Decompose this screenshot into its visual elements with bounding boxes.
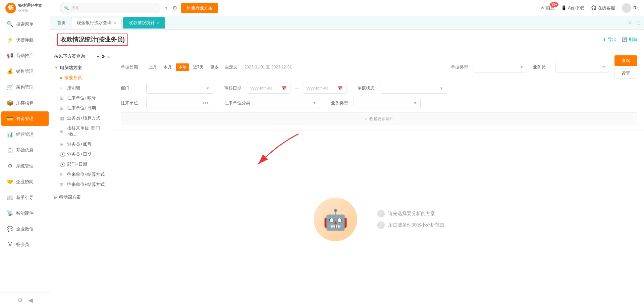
date-tab-thismonth[interactable]: 本月 <box>161 63 174 71</box>
tab-collections-close[interactable]: × <box>157 20 159 25</box>
action-buttons: 查询 设置 <box>614 55 637 79</box>
tab-collections[interactable]: 收款情况统计 × <box>123 17 165 29</box>
scheme-mobile-group-header[interactable]: ▶ 移动端方案 <box>50 192 114 202</box>
refresh-button[interactable]: 🔄 刷新 <box>622 37 637 43</box>
salesperson-select[interactable]: ••• <box>555 62 609 72</box>
sidebar-item-cooperation[interactable]: 🤝 企业协同 <box>1 174 49 189</box>
footer-settings-icon[interactable]: ⚙ <box>17 297 23 304</box>
page-header: 收款情况统计(按业务员) ⬆ 导出 🔄 刷新 <box>50 30 644 50</box>
tab-cashflow[interactable]: 现金银行流水查询 × <box>71 17 122 29</box>
counterparty-select[interactable]: ••• <box>146 98 213 108</box>
counterparty-category-filter: 往来单位分类 ▼ <box>224 98 320 108</box>
sidebar-item-quicknav[interactable]: ⚡ 快捷导航 <box>1 33 49 47</box>
empty-state-container: 🤖 1 请先选择要分析的方案 2 用过滤条件来缩小分析范围 <box>114 131 644 308</box>
scheme-item-3[interactable]: ⊞ 往来单位+日期 <box>50 103 114 113</box>
empty-step-1: 1 请先选择要分析的方案 <box>377 210 444 217</box>
scheme-item-2[interactable]: ⊞ 往来单位+账号 <box>50 93 114 103</box>
scheme-item-icon-1: ≡ <box>60 85 65 91</box>
date-tab-more[interactable]: 更多 <box>208 63 221 71</box>
scheme-item-label-4: 业务员+结算方式 <box>67 115 100 121</box>
sidebar-item-purchase[interactable]: 🛒 采购管理 <box>1 80 49 94</box>
review-date-from[interactable]: yyyy-mm-dd 📅 <box>247 83 290 94</box>
dept-select[interactable]: ▼ <box>146 83 213 94</box>
sidebar-item-marketing[interactable]: 📢 营销推广 <box>1 48 49 63</box>
date-tab-thisyear[interactable]: 本年 <box>176 63 189 71</box>
export-button[interactable]: ⬆ 导出 <box>603 37 616 43</box>
scheme-desktop-group-header[interactable]: ▼ 电脑端方案 <box>50 63 114 73</box>
scheme-item-label-6: 业务员+账号 <box>67 141 92 147</box>
type-filter: 单据类型 ▼ <box>451 62 527 72</box>
tab-bar: 首页 现金银行流水查询 × 收款情况统计 × × □ <box>50 16 644 30</box>
sidebar-item-guide[interactable]: 📖 新手引导 <box>1 190 49 205</box>
window-maximize-icon[interactable]: □ <box>635 18 641 27</box>
sidebar-label-guide: 新手引导 <box>16 195 34 201</box>
sidebar-item-wechat[interactable]: 💬 企业微信 <box>1 222 49 236</box>
status-select[interactable]: ▼ <box>380 83 447 94</box>
salesperson-filter: 业务员 ••• <box>533 62 609 72</box>
sidebar-item-system[interactable]: ⚙ 系统管理 <box>1 159 49 173</box>
scheme-collapse-icon[interactable]: « <box>107 54 110 59</box>
window-close-icon[interactable]: × <box>627 18 633 27</box>
top-header: 畅 畅捷通好生意 标准版 🔍 搜索 ▼ ⚙ 体验行业方案 ✉ 消息 99+ 📱 … <box>0 0 644 16</box>
counterparty-cat-select[interactable]: ▼ <box>253 98 320 108</box>
counterparty-cat-arrow: ▼ <box>313 101 316 105</box>
scheme-item-0[interactable]: ● 按业务员 <box>50 73 114 83</box>
type-select[interactable]: ▼ <box>474 62 527 72</box>
sidebar-item-finance[interactable]: 💳 资金管理 <box>1 111 49 126</box>
user-avatar-area[interactable]: Rit <box>622 3 639 13</box>
trial-button[interactable]: 体验行业方案 <box>181 3 218 13</box>
sidebar-item-member[interactable]: V 畅会员 <box>1 238 49 252</box>
app-download-action[interactable]: 📱 App下载 <box>561 5 584 11</box>
business-type-select[interactable]: ▼ <box>354 98 421 108</box>
type-label: 单据类型 <box>451 64 471 70</box>
date-tab-7days[interactable]: 近7天 <box>191 63 206 71</box>
sidebar-item-hardware[interactable]: 📡 智能硬件 <box>1 206 49 220</box>
sidebar-label-finance: 资金管理 <box>16 116 34 122</box>
date-tab-custom[interactable]: 自定义 <box>222 63 240 71</box>
online-service-action[interactable]: 🎧 在线客服 <box>591 5 615 11</box>
messages-action[interactable]: ✉ 消息 99+ <box>541 5 554 11</box>
sidebar-item-management[interactable]: 📊 经营管理 <box>1 127 49 142</box>
query-button[interactable]: 查询 <box>614 55 637 66</box>
scheme-item-1[interactable]: ≡ 按明细 <box>50 83 114 93</box>
scheme-settings-icon[interactable]: ⚙ <box>101 54 105 59</box>
scheme-item-icon-2: ⊞ <box>60 95 65 101</box>
scheme-item-6[interactable]: ⊞ 业务员+账号 <box>50 139 114 149</box>
counterparty-more-icon[interactable]: ••• <box>203 100 208 106</box>
filter-settings-button[interactable]: 设置 <box>614 68 637 79</box>
scheme-item-icon-5: ⊞ <box>60 129 65 134</box>
scheme-item-9[interactable]: ≡ 往来单位+结算方式 <box>50 169 114 179</box>
sidebar-item-basic[interactable]: 📋 基础信息 <box>1 143 49 157</box>
header-settings-icon[interactable]: ⚙ <box>172 5 177 11</box>
scheme-item-5[interactable]: ⊞ 按往来单位+部门+收... <box>50 123 114 139</box>
sidebar-label-member: 畅会员 <box>16 242 29 248</box>
scheme-item-4[interactable]: ▦ 业务员+结算方式 <box>50 113 114 123</box>
sidebar: 🔍 搜索菜单 ⚡ 快捷导航 📢 营销推广 💰 销售管理 🛒 采购管理 📦 库存核… <box>0 16 50 308</box>
tab-home[interactable]: 首页 <box>53 18 70 28</box>
date-tab-lastmonth[interactable]: 上月 <box>146 63 160 71</box>
page-title: 收款情况统计(按业务员) <box>57 34 128 46</box>
cooperation-icon: 🤝 <box>7 178 13 185</box>
empty-step-2: 2 用过滤条件来缩小分析范围 <box>377 221 444 229</box>
sidebar-item-sales[interactable]: 💰 销售管理 <box>1 64 49 79</box>
avatar <box>622 3 631 13</box>
footer-collapse-icon[interactable]: ◀ <box>28 297 33 304</box>
dropdown-arrow-icon[interactable]: ▼ <box>164 6 168 10</box>
scheme-item-10[interactable]: ⊞ 往来单位+结算方式 <box>50 179 114 190</box>
sidebar-label-inventory: 库存核算 <box>16 100 34 106</box>
sidebar-label-quicknav: 快捷导航 <box>16 37 34 43</box>
header-search[interactable]: 🔍 搜索 <box>60 3 160 13</box>
review-date-to[interactable]: yyyy-mm-dd 📅 <box>303 83 346 94</box>
collapse-bar[interactable]: ∧ 收起更多条件 <box>121 112 637 125</box>
logo-icon: 畅 <box>5 3 16 13</box>
filter-row-2: 部门 ▼ 审核日期 yyyy-mm-dd 📅 <box>121 83 637 94</box>
sidebar-item-search[interactable]: 🔍 搜索菜单 <box>1 17 49 31</box>
review-date-to-placeholder: yyyy-mm-dd <box>307 86 328 91</box>
scheme-item-8[interactable]: 🕐 部门+日期 <box>50 159 114 169</box>
messages-badge: 99+ <box>550 2 558 7</box>
tab-cashflow-close[interactable]: × <box>114 20 116 25</box>
sidebar-item-inventory[interactable]: 📦 库存核算 <box>1 96 49 110</box>
scheme-add-icon[interactable]: + <box>97 54 99 59</box>
sidebar-label-cooperation: 企业协同 <box>16 179 34 185</box>
scheme-item-7[interactable]: 🕐 业务员+日期 <box>50 149 114 159</box>
